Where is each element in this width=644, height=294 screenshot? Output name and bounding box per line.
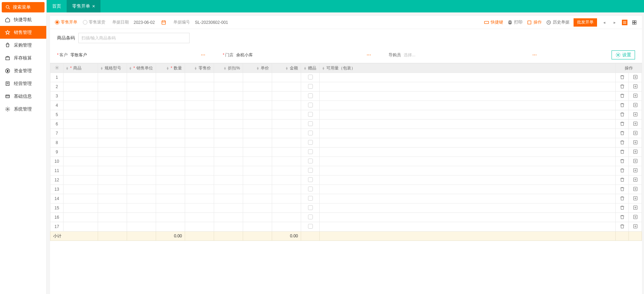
table-row[interactable]: 3: [50, 92, 642, 101]
cell-amount[interactable]: [272, 222, 301, 231]
cell-retail[interactable]: [185, 129, 214, 138]
cell-product[interactable]: [64, 120, 98, 129]
cell-discount[interactable]: [214, 120, 243, 129]
cell-retail[interactable]: [185, 194, 214, 203]
cell-product[interactable]: [64, 73, 98, 82]
guide-picker-icon[interactable]: ···: [532, 53, 537, 57]
cell-qty[interactable]: [156, 120, 185, 129]
cell-unit[interactable]: [127, 73, 156, 82]
history-link[interactable]: 历史单据: [546, 19, 569, 25]
cell-gift[interactable]: [301, 82, 320, 92]
cell-amount[interactable]: [272, 185, 301, 194]
checkbox-icon[interactable]: [308, 196, 313, 201]
cell-product[interactable]: [64, 203, 98, 213]
add-row-button[interactable]: [633, 224, 638, 229]
cell-spec[interactable]: [98, 148, 127, 157]
cell-unit-price[interactable]: [243, 203, 272, 213]
cell-product[interactable]: [64, 138, 98, 148]
cell-retail[interactable]: [185, 82, 214, 92]
add-row-button[interactable]: [633, 149, 638, 154]
checkbox-icon[interactable]: [308, 215, 313, 219]
delete-row-button[interactable]: [619, 168, 625, 173]
add-row-button[interactable]: [633, 196, 638, 201]
checkbox-icon[interactable]: [308, 159, 313, 163]
settings-button[interactable]: 设置: [612, 50, 635, 59]
cell-discount[interactable]: [214, 148, 243, 157]
cell-gift[interactable]: [301, 92, 320, 101]
cell-qty[interactable]: [156, 176, 185, 185]
cell-qty[interactable]: [156, 185, 185, 194]
cell-available[interactable]: [320, 82, 616, 92]
cell-amount[interactable]: [272, 194, 301, 203]
cell-gift[interactable]: [301, 101, 320, 110]
checkbox-icon[interactable]: [308, 177, 313, 182]
th-available[interactable]: ▴▾可用量（包装）: [320, 64, 616, 73]
cell-gift[interactable]: [301, 110, 320, 120]
cell-product[interactable]: [64, 213, 98, 222]
barcode-input[interactable]: [78, 33, 190, 43]
cell-amount[interactable]: [272, 213, 301, 222]
cell-qty[interactable]: [156, 194, 185, 203]
cell-gift[interactable]: [301, 213, 320, 222]
cell-unit-price[interactable]: [243, 194, 272, 203]
table-row[interactable]: 14: [50, 194, 642, 203]
tab-0[interactable]: 首页: [47, 0, 67, 12]
cell-available[interactable]: [320, 138, 616, 148]
cell-amount[interactable]: [272, 82, 301, 92]
delete-row-button[interactable]: [619, 196, 625, 201]
cell-spec[interactable]: [98, 129, 127, 138]
cell-product[interactable]: [64, 157, 98, 166]
cell-qty[interactable]: [156, 138, 185, 148]
cell-unit[interactable]: [127, 157, 156, 166]
cell-product[interactable]: [64, 166, 98, 176]
delete-row-button[interactable]: [619, 140, 625, 145]
checkbox-icon[interactable]: [308, 93, 313, 98]
cell-unit[interactable]: [127, 222, 156, 231]
cell-unit[interactable]: [127, 203, 156, 213]
customer-value[interactable]: 零散客户: [70, 52, 87, 58]
cell-spec[interactable]: [98, 213, 127, 222]
cell-product[interactable]: [64, 92, 98, 101]
cell-available[interactable]: [320, 129, 616, 138]
cell-unit-price[interactable]: [243, 101, 272, 110]
cell-gift[interactable]: [301, 129, 320, 138]
add-row-button[interactable]: [633, 121, 638, 126]
cell-retail[interactable]: [185, 120, 214, 129]
cell-unit-price[interactable]: [243, 73, 272, 82]
cell-spec[interactable]: [98, 166, 127, 176]
tab-1[interactable]: 零售开单×: [67, 0, 100, 12]
table-row[interactable]: 5: [50, 110, 642, 120]
cell-discount[interactable]: [214, 92, 243, 101]
add-row-button[interactable]: [633, 74, 638, 80]
table-row[interactable]: 12: [50, 176, 642, 185]
table-row[interactable]: 6: [50, 120, 642, 129]
add-row-button[interactable]: [633, 186, 638, 192]
cell-available[interactable]: [320, 148, 616, 157]
store-picker-icon[interactable]: ···: [367, 53, 371, 57]
cell-spec[interactable]: [98, 92, 127, 101]
sidebar-item-0[interactable]: 快捷导航: [0, 13, 46, 26]
checkbox-icon[interactable]: [308, 75, 313, 79]
checkbox-icon[interactable]: [308, 121, 313, 126]
add-row-button[interactable]: [633, 84, 638, 89]
add-row-button[interactable]: [633, 214, 638, 220]
cell-unit-price[interactable]: [243, 138, 272, 148]
calendar-icon[interactable]: [161, 20, 166, 25]
cell-gift[interactable]: [301, 157, 320, 166]
add-row-button[interactable]: [633, 93, 638, 98]
cell-retail[interactable]: [185, 176, 214, 185]
add-row-button[interactable]: [633, 102, 638, 108]
cell-unit-price[interactable]: [243, 148, 272, 157]
cell-spec[interactable]: [98, 110, 127, 120]
cell-product[interactable]: [64, 129, 98, 138]
layout-icon[interactable]: [622, 20, 627, 25]
cell-qty[interactable]: [156, 73, 185, 82]
cell-retail[interactable]: [185, 166, 214, 176]
cell-retail[interactable]: [185, 185, 214, 194]
cell-gift[interactable]: [301, 148, 320, 157]
cell-available[interactable]: [320, 203, 616, 213]
cell-amount[interactable]: [272, 176, 301, 185]
checkbox-icon[interactable]: [308, 224, 313, 229]
cell-unit-price[interactable]: [243, 157, 272, 166]
cell-amount[interactable]: [272, 148, 301, 157]
